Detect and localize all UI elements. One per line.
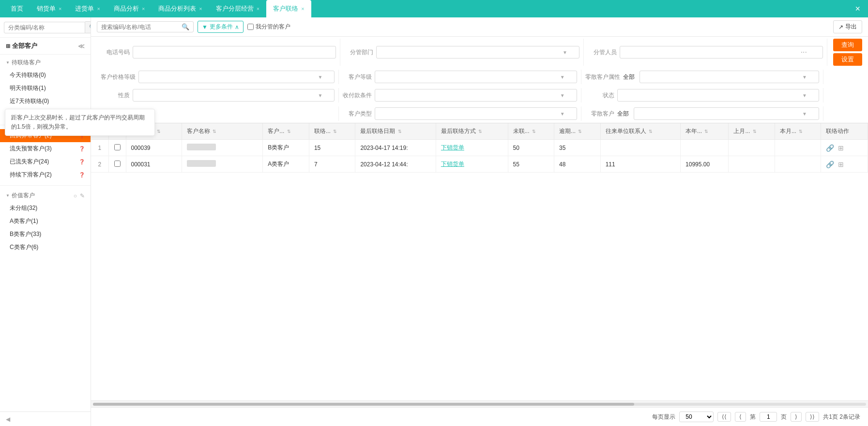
nav-product-analysis-list[interactable]: 商品分析列表 × bbox=[152, 0, 209, 17]
table-body: 1 000039 B类客户 15 2023-04-17 14:19: 下销货单 bbox=[91, 140, 868, 173]
row-this-month bbox=[775, 140, 821, 156]
sort-icon: ⇅ bbox=[649, 129, 653, 134]
sidebar-item-a-class[interactable]: A类客户(1) bbox=[0, 215, 91, 228]
phone-input[interactable] bbox=[133, 46, 336, 59]
nav-sales-order[interactable]: 销货单 × bbox=[30, 0, 68, 17]
help-icon: ❓ bbox=[79, 159, 85, 164]
customer-table: ⚙ 客户编码 ⇅ 客户名称 ⇅ bbox=[91, 123, 868, 173]
sort-icon: ⇅ bbox=[213, 129, 216, 134]
main-search-input[interactable] bbox=[101, 24, 182, 30]
row-contact-count: 15 bbox=[309, 140, 355, 156]
settings-button[interactable]: 设置 bbox=[833, 53, 862, 66]
page-number-input[interactable] bbox=[760, 412, 777, 422]
nav-close-customer-layered[interactable]: × bbox=[257, 6, 259, 12]
scroll-thumb[interactable] bbox=[93, 403, 634, 406]
nav-close-customer-contact[interactable]: × bbox=[301, 6, 304, 12]
row-select-checkbox[interactable] bbox=[114, 161, 121, 167]
contact-method-link[interactable]: 下销货单 bbox=[441, 144, 464, 151]
top-navigation: 首页 销货单 × 进货单 × 商品分析 × 商品分析列表 × 客户分层经营 × … bbox=[0, 0, 868, 17]
row-code: 000039 bbox=[126, 140, 182, 156]
nav-close-purchase[interactable]: × bbox=[97, 6, 100, 12]
price-grade-field: 客户价格等级 ▼ bbox=[97, 70, 339, 84]
nav-close-product-analysis[interactable]: × bbox=[142, 6, 145, 12]
query-settings-buttons: 查询 设置 bbox=[827, 39, 862, 66]
data-table-area: ⚙ 客户编码 ⇅ 客户名称 ⇅ bbox=[91, 123, 868, 400]
sort-icon: ⇅ bbox=[157, 129, 161, 134]
sidebar-item-tomorrow[interactable]: 明天待联络(1) bbox=[0, 82, 91, 95]
nav-home[interactable]: 首页 bbox=[4, 0, 30, 17]
close-all-tabs[interactable]: × bbox=[851, 4, 864, 14]
status-field: 状态 ▼ bbox=[581, 88, 823, 103]
sidebar-item-7days[interactable]: 近7天待联络(0) bbox=[0, 95, 91, 108]
customer-type-select[interactable]: ▼ bbox=[375, 107, 577, 120]
sidebar-item-unGrouped[interactable]: 未分组(32) bbox=[0, 202, 91, 215]
grid-icon[interactable]: ⊞ bbox=[838, 161, 844, 168]
row-contact-person: 111 bbox=[600, 156, 680, 173]
status-select[interactable]: ▼ bbox=[617, 89, 819, 102]
nav-purchase-order[interactable]: 进货单 × bbox=[68, 0, 107, 17]
grid-icon[interactable]: ⊞ bbox=[838, 144, 844, 152]
retail-customer-field: 零散客户 全部 ▼ bbox=[581, 106, 823, 121]
sort-icon: ⇅ bbox=[704, 129, 708, 134]
sidebar-item-today[interactable]: 今天待联络(0) bbox=[0, 69, 91, 82]
dept-select[interactable]: ▼ bbox=[376, 46, 579, 59]
manager-input[interactable]: ··· bbox=[620, 46, 823, 59]
sidebar-item-lost-customer[interactable]: 已流失客户(24) ❓ bbox=[0, 155, 91, 168]
payment-field: 收付款条件 ▼ bbox=[339, 88, 581, 103]
triangle-icon: ▼ bbox=[6, 60, 10, 65]
link-icon[interactable]: 🔗 bbox=[826, 161, 834, 168]
per-page-select[interactable]: 50 20 100 bbox=[679, 411, 714, 422]
dots-icon[interactable]: ··· bbox=[797, 48, 811, 57]
sidebar-item-c-class[interactable]: C类客户(6) bbox=[0, 241, 91, 254]
nav-customer-contact[interactable]: 客户联络 × bbox=[266, 0, 311, 17]
query-button[interactable]: 查询 bbox=[833, 39, 862, 51]
edit-icon[interactable]: ✎ bbox=[80, 192, 85, 199]
last-page-button[interactable]: ⟩⟩ bbox=[806, 412, 819, 422]
prev-page-button[interactable]: ⟨ bbox=[735, 412, 746, 422]
sidebar-item-b-class[interactable]: B类客户(33) bbox=[0, 228, 91, 241]
next-page-button[interactable]: ⟩ bbox=[791, 412, 802, 422]
col-last-contact-date: 最后联络日期 ⇅ bbox=[355, 123, 436, 140]
row-this-month bbox=[775, 156, 821, 173]
horizontal-scrollbar[interactable] bbox=[91, 400, 868, 407]
sidebar-search-button[interactable]: 🔍 bbox=[85, 21, 91, 33]
nav-customer-layered[interactable]: 客户分层经营 × bbox=[209, 0, 266, 17]
filter-bar: 🔍 ▼ 更多条件 ∧ 我分管的客户 ↗ 导出 bbox=[91, 17, 868, 37]
sidebar-item-declining[interactable]: 持续下滑客户(2) ❓ bbox=[0, 168, 91, 181]
export-button[interactable]: ↗ 导出 bbox=[833, 20, 862, 33]
col-overdue: 逾期... ⇅ bbox=[554, 123, 601, 140]
nature-field: 性质 ▼ bbox=[97, 88, 339, 103]
retail-customer-select[interactable]: ▼ bbox=[634, 107, 819, 120]
sidebar-search-input[interactable] bbox=[4, 22, 85, 33]
link-icon[interactable]: 🔗 bbox=[826, 144, 834, 152]
left-arrow-icon[interactable]: ◀ bbox=[6, 416, 10, 423]
filter-icon: ▼ bbox=[202, 24, 208, 30]
row-code: 000031 bbox=[126, 156, 182, 173]
contact-method-link[interactable]: 下销货单 bbox=[441, 161, 464, 167]
customer-grade-select[interactable]: ▼ bbox=[375, 71, 577, 83]
sidebar: 🔍 ⊞ 全部客户 ≪ ▼ 待联络客户 今天待联络(0) 明天待联络(1) 近7天 bbox=[0, 17, 91, 426]
blurred-name bbox=[187, 160, 216, 167]
nav-close-product-list[interactable]: × bbox=[199, 6, 202, 12]
retail-attr-select[interactable]: ▼ bbox=[640, 71, 819, 83]
circle-icon[interactable]: ○ bbox=[74, 192, 77, 199]
scroll-track bbox=[93, 403, 866, 406]
my-customers-checkbox[interactable] bbox=[247, 24, 254, 30]
sidebar-item-churn-warning[interactable]: 流失预警客户(3) ❓ bbox=[0, 142, 91, 155]
search-icon: 🔍 bbox=[182, 23, 189, 30]
nav-product-analysis[interactable]: 商品分析 × bbox=[107, 0, 152, 17]
nature-select[interactable]: ▼ bbox=[133, 89, 335, 102]
row-index: 1 bbox=[91, 140, 108, 156]
payment-select[interactable]: ▼ bbox=[375, 89, 577, 102]
col-last-month: 上月... ⇅ bbox=[729, 123, 775, 140]
chevron-icon: ∧ bbox=[235, 24, 239, 30]
chevron-down-icon: ▼ bbox=[802, 93, 807, 98]
first-page-button[interactable]: ⟨⟨ bbox=[717, 412, 731, 422]
row-select-checkbox[interactable] bbox=[114, 144, 121, 150]
sidebar-collapse-icon[interactable]: ≪ bbox=[78, 43, 85, 50]
sidebar-all-customers: ⊞ 全部客户 ≪ bbox=[0, 38, 91, 55]
price-grade-select[interactable]: ▼ bbox=[138, 71, 335, 83]
more-conditions-button[interactable]: ▼ 更多条件 ∧ bbox=[198, 21, 244, 33]
nav-close-sales[interactable]: × bbox=[59, 6, 61, 12]
export-icon: ↗ bbox=[838, 24, 843, 30]
